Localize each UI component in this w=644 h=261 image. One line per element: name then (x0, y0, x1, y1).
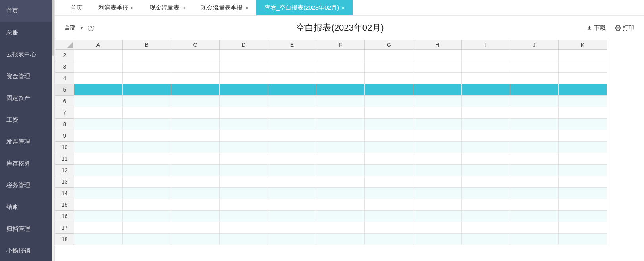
row-header-8[interactable]: 8 (55, 119, 74, 130)
cell-D4[interactable] (220, 73, 268, 84)
cell-K15[interactable] (559, 199, 607, 211)
cell-A8[interactable] (74, 119, 123, 130)
cell-F17[interactable] (316, 222, 365, 234)
cell-K16[interactable] (559, 211, 607, 222)
cell-I5[interactable] (462, 84, 510, 96)
sidebar-item-3[interactable]: 资金管理 (0, 65, 52, 87)
cell-B11[interactable] (123, 153, 171, 165)
column-header-D[interactable]: D (220, 40, 268, 50)
cell-E16[interactable] (268, 211, 316, 222)
cell-E13[interactable] (268, 176, 316, 188)
cell-H6[interactable] (413, 96, 462, 107)
cell-E17[interactable] (268, 222, 316, 234)
cell-C2[interactable] (171, 50, 220, 61)
tab-2[interactable]: 现金流量表× (142, 0, 193, 15)
cell-D7[interactable] (220, 107, 268, 119)
cell-E12[interactable] (268, 165, 316, 176)
cell-E4[interactable] (268, 73, 316, 84)
cell-A17[interactable] (74, 222, 123, 234)
row-header-5[interactable]: 5 (55, 84, 74, 96)
cell-I2[interactable] (462, 50, 510, 61)
cell-K10[interactable] (559, 142, 607, 153)
sidebar-item-9[interactable]: 结账 (0, 196, 52, 218)
cell-K11[interactable] (559, 153, 607, 165)
filter-dropdown[interactable]: 全部 ▼ ? (64, 24, 94, 31)
cell-H16[interactable] (413, 211, 462, 222)
cell-A7[interactable] (74, 107, 123, 119)
cell-F3[interactable] (316, 61, 365, 73)
cell-F4[interactable] (316, 73, 365, 84)
close-icon[interactable]: × (182, 5, 185, 11)
cell-C3[interactable] (171, 61, 220, 73)
cell-C16[interactable] (171, 211, 220, 222)
cell-C13[interactable] (171, 176, 220, 188)
cell-D3[interactable] (220, 61, 268, 73)
cell-A4[interactable] (74, 73, 123, 84)
help-icon[interactable]: ? (88, 25, 94, 31)
cell-E11[interactable] (268, 153, 316, 165)
tab-3[interactable]: 现金流量表季报× (193, 0, 256, 15)
row-header-6[interactable]: 6 (55, 96, 74, 107)
cell-F14[interactable] (316, 188, 365, 199)
cell-C15[interactable] (171, 199, 220, 211)
sidebar-item-1[interactable]: 总账 (0, 22, 52, 44)
cell-K12[interactable] (559, 165, 607, 176)
cell-H18[interactable] (413, 234, 462, 245)
cell-H15[interactable] (413, 199, 462, 211)
close-icon[interactable]: × (245, 5, 248, 11)
cell-J17[interactable] (510, 222, 559, 234)
sidebar-item-8[interactable]: 税务管理 (0, 175, 52, 196)
sidebar-scrollbar[interactable] (52, 0, 55, 261)
cell-C10[interactable] (171, 142, 220, 153)
cell-E5[interactable] (268, 84, 316, 96)
cell-D16[interactable] (220, 211, 268, 222)
cell-A14[interactable] (74, 188, 123, 199)
cell-F9[interactable] (316, 130, 365, 142)
cell-B2[interactable] (123, 50, 171, 61)
cell-F10[interactable] (316, 142, 365, 153)
cell-A10[interactable] (74, 142, 123, 153)
cell-F12[interactable] (316, 165, 365, 176)
cell-E3[interactable] (268, 61, 316, 73)
cell-B17[interactable] (123, 222, 171, 234)
cell-C8[interactable] (171, 119, 220, 130)
row-header-18[interactable]: 18 (55, 234, 74, 245)
cell-G15[interactable] (365, 199, 413, 211)
cell-J16[interactable] (510, 211, 559, 222)
cell-D10[interactable] (220, 142, 268, 153)
cell-J11[interactable] (510, 153, 559, 165)
cell-G6[interactable] (365, 96, 413, 107)
column-header-H[interactable]: H (413, 40, 462, 50)
cell-D13[interactable] (220, 176, 268, 188)
cell-B15[interactable] (123, 199, 171, 211)
close-icon[interactable]: × (341, 5, 345, 11)
column-header-A[interactable]: A (74, 40, 123, 50)
cell-J18[interactable] (510, 234, 559, 245)
cell-G4[interactable] (365, 73, 413, 84)
cell-I10[interactable] (462, 142, 510, 153)
cell-I14[interactable] (462, 188, 510, 199)
cell-B3[interactable] (123, 61, 171, 73)
cell-D6[interactable] (220, 96, 268, 107)
cell-D17[interactable] (220, 222, 268, 234)
sidebar-item-4[interactable]: 固定资产 (0, 87, 52, 109)
sidebar-item-7[interactable]: 库存核算 (0, 153, 52, 175)
cell-J7[interactable] (510, 107, 559, 119)
cell-C4[interactable] (171, 73, 220, 84)
cell-I7[interactable] (462, 107, 510, 119)
cell-C9[interactable] (171, 130, 220, 142)
cell-H9[interactable] (413, 130, 462, 142)
cell-K14[interactable] (559, 188, 607, 199)
sidebar-item-2[interactable]: 云报表中心 (0, 44, 52, 65)
cell-F6[interactable] (316, 96, 365, 107)
cell-A18[interactable] (74, 234, 123, 245)
sidebar-item-6[interactable]: 发票管理 (0, 131, 52, 153)
cell-F18[interactable] (316, 234, 365, 245)
cell-E8[interactable] (268, 119, 316, 130)
cell-G7[interactable] (365, 107, 413, 119)
cell-I8[interactable] (462, 119, 510, 130)
cell-J8[interactable] (510, 119, 559, 130)
cell-C17[interactable] (171, 222, 220, 234)
cell-J10[interactable] (510, 142, 559, 153)
cell-E10[interactable] (268, 142, 316, 153)
